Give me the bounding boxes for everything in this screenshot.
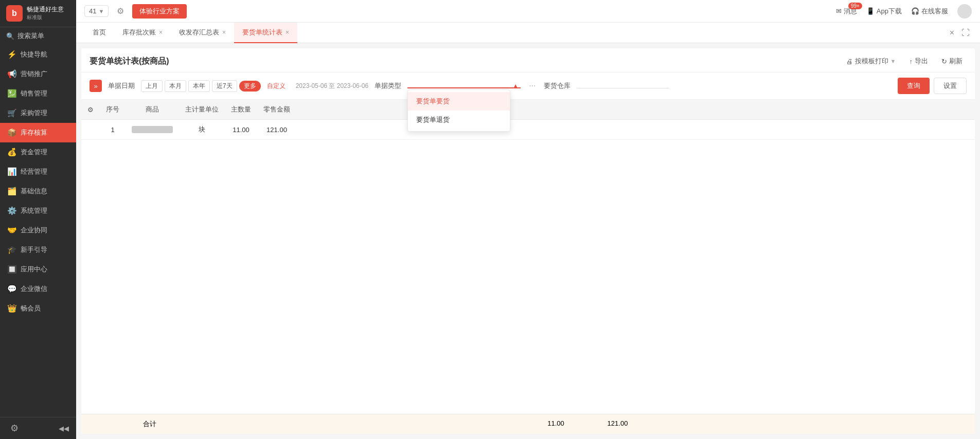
logo-name: 畅捷通好生意 [27, 6, 64, 14]
sales-icon: 💹 [7, 89, 16, 98]
prev-month-button[interactable]: 上月 [141, 80, 163, 92]
sidebar-item-vip[interactable]: 👑 畅会员 [0, 299, 76, 318]
sidebar-settings-button[interactable]: ⚙ [7, 422, 22, 435]
more-dates-button[interactable]: 更多 [239, 81, 261, 92]
sidebar-item-appstore[interactable]: 🔲 应用中心 [0, 260, 76, 279]
tab-batch-account-close[interactable]: × [159, 29, 163, 36]
marketing-icon: 📢 [7, 69, 16, 79]
trial-plan-button[interactable]: 体验行业方案 [132, 4, 187, 19]
col-header-amount: 零售金额 [257, 100, 296, 120]
export-button[interactable]: ↑ 导出 [905, 54, 933, 68]
sidebar-item-guide[interactable]: 🎓 新手引导 [0, 240, 76, 260]
sidebar-label: 快捷导航 [21, 50, 47, 59]
topbar-gear-button[interactable]: ⚙ [114, 5, 127, 17]
sidebar-item-finance[interactable]: 💰 资金管理 [0, 142, 76, 162]
online-service-button[interactable]: 🎧 在线客服 [911, 7, 948, 16]
tab-order-summary-close[interactable]: × [286, 29, 289, 36]
tab-expand-button[interactable]: ⛶ [959, 27, 972, 39]
message-icon: ✉ [836, 7, 842, 15]
tab-batch-account-label: 库存批次账 [122, 28, 156, 37]
sidebar-item-marketing[interactable]: 📢 营销推广 [0, 64, 76, 84]
tabbar-actions: × ⛶ [948, 27, 972, 39]
tab-home[interactable]: 首页 [84, 23, 114, 43]
message-button[interactable]: ✉ 消息 99+ [836, 7, 857, 16]
store-selector[interactable]: 41 ▼ [84, 5, 109, 17]
col-header-qty: 主数量 [225, 100, 257, 120]
sidebar-label: 畅会员 [21, 304, 41, 313]
inventory-icon: 📦 [7, 128, 16, 137]
sidebar-label: 营销推广 [21, 69, 47, 79]
print-template-button[interactable]: 🖨 按模板打印 ▼ [842, 54, 900, 68]
search-menu[interactable]: 🔍 搜索菜单 [0, 27, 76, 45]
sidebar-nav: ⚡ 快捷导航 📢 营销推广 💹 销售管理 🛒 采购管理 📦 库存核算 💰 资金管… [0, 45, 76, 417]
tab-batch-account[interactable]: 库存批次账 × [114, 23, 171, 43]
logo-sub: 标准版 [27, 14, 64, 21]
goods-blurred [132, 126, 173, 133]
filter-expand-button[interactable]: » [90, 80, 102, 92]
sidebar-item-sales[interactable]: 💹 销售管理 [0, 84, 76, 103]
cell-extra [296, 120, 975, 140]
query-button[interactable]: 查询 [898, 78, 930, 94]
search-icon: 🔍 [6, 32, 14, 40]
tab-order-summary-label: 要货单统计表 [242, 28, 282, 37]
footer-row: 合计 11.00 121.00 [87, 419, 969, 429]
sidebar-label: 采购管理 [21, 108, 47, 118]
sidebar-item-purchase[interactable]: 🛒 采购管理 [0, 103, 76, 123]
quick-nav-icon: ⚡ [7, 50, 16, 59]
sidebar-bottom: ⚙ ◀◀ [0, 417, 76, 439]
this-month-button[interactable]: 本月 [165, 80, 186, 92]
last7days-button[interactable]: 近7天 [212, 80, 237, 92]
col-header-settings[interactable]: ⚙ [81, 100, 100, 120]
type-dropdown-menu: 要货单要货 要货单退货 [407, 89, 510, 132]
type-select-display[interactable] [407, 83, 521, 88]
footer-no-col [108, 419, 139, 429]
user-avatar[interactable] [957, 4, 972, 19]
sidebar-label: 资金管理 [21, 148, 47, 157]
footer-qty: 11.00 [525, 419, 587, 429]
date-filter-label: 单据日期 [108, 81, 135, 90]
sidebar-item-inventory[interactable]: 📦 库存核算 [0, 123, 76, 142]
vip-icon: 👑 [7, 304, 16, 313]
cell-settings [81, 120, 100, 140]
sidebar-item-cooperation[interactable]: 🤝 企业协同 [0, 221, 76, 240]
finance-icon: 💰 [7, 148, 16, 157]
tab-order-summary[interactable]: 要货单统计表 × [234, 23, 297, 43]
sidebar-item-operation[interactable]: 📊 经营管理 [0, 162, 76, 181]
tab-receive-summary[interactable]: 收发存汇总表 × [171, 23, 234, 43]
search-menu-label: 搜索菜单 [17, 31, 44, 41]
app-download-button[interactable]: 📱 App下载 [866, 7, 902, 16]
dropdown-item-order-return[interactable]: 要货单退货 [408, 111, 510, 129]
sidebar-label: 销售管理 [21, 89, 47, 98]
filter-more-button[interactable]: ··· [527, 81, 538, 90]
message-badge: 99+ [848, 3, 862, 9]
logo-icon: b [6, 5, 23, 22]
cooperation-icon: 🤝 [7, 226, 16, 235]
date-range-display: 2023-05-06 至 2023-06-06 [296, 82, 368, 90]
sidebar-item-basic[interactable]: 🗂️ 基础信息 [0, 181, 76, 201]
dropdown-item-order-goods[interactable]: 要货单要货 [408, 92, 510, 111]
sidebar-collapse-button[interactable]: ◀◀ [59, 425, 69, 432]
cell-unit: 块 [179, 120, 225, 140]
col-header-extra [296, 100, 975, 120]
tab-close-all-button[interactable]: × [948, 27, 956, 39]
store-dropdown-icon: ▼ [98, 8, 104, 14]
refresh-button[interactable]: ↻ 刷新 [937, 54, 967, 68]
settings-button[interactable]: 设置 [934, 78, 967, 94]
this-year-button[interactable]: 本年 [188, 80, 210, 92]
data-table: ⚙ 序号 商品 主计量单位 主数量 零售金额 1 [81, 100, 975, 140]
sidebar-item-quick-nav[interactable]: ⚡ 快捷导航 [0, 45, 76, 64]
col-header-goods: 商品 [126, 100, 179, 120]
custom-date-button[interactable]: 自定义 [263, 81, 290, 92]
dropdown-item-label: 要货单要货 [416, 97, 450, 105]
sidebar-item-system[interactable]: ⚙️ 系统管理 [0, 201, 76, 221]
appstore-icon: 🔲 [7, 265, 16, 274]
expand-icon: » [94, 82, 97, 90]
tab-receive-summary-close[interactable]: × [222, 29, 226, 36]
export-label: 导出 [915, 57, 928, 66]
filter-right-buttons: 查询 设置 [898, 78, 967, 94]
warehouse-select[interactable] [577, 84, 669, 88]
sidebar-item-wechat[interactable]: 💬 企业微信 [0, 279, 76, 299]
table-wrap: ⚙ 序号 商品 主计量单位 主数量 零售金额 1 [81, 100, 975, 414]
online-service-label: 在线客服 [921, 7, 948, 16]
table-header-row: ⚙ 序号 商品 主计量单位 主数量 零售金额 [81, 100, 975, 120]
